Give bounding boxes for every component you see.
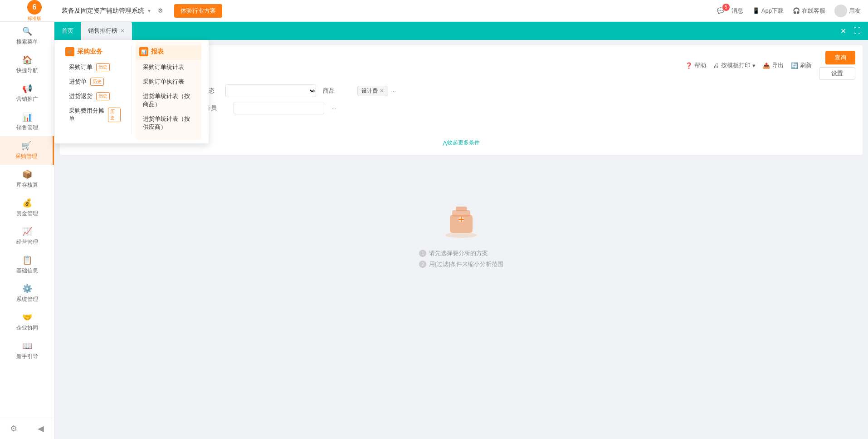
- tab-sales-rank[interactable]: 销售排行榜 ✕: [81, 22, 132, 40]
- doc-status-select[interactable]: [225, 84, 316, 97]
- sidebar-label-quicknav: 快捷导航: [16, 67, 38, 74]
- dropdown-header: 🛒 采购业务 采购订单 历史 进货单 历史 进货退货 历史 采购费用分摊单 历史: [54, 45, 209, 138]
- set-btn[interactable]: 设置: [819, 67, 855, 80]
- guide-icon: 📖: [22, 341, 32, 351]
- sidebar-label-sales: 销售管理: [16, 124, 38, 132]
- refresh-label: 刷新: [800, 61, 812, 69]
- goods-filter: 设计费 ✕ ···: [357, 86, 396, 96]
- sidebar: 🔍 搜索菜单 🏠 快捷导航 📢 营销推广 📊 销售管理 🛒 采购管理 📦 库存核…: [0, 22, 54, 439]
- query-btn[interactable]: 查询: [825, 51, 855, 64]
- home-icon: 🏠: [22, 55, 32, 65]
- salesperson-input[interactable]: [234, 102, 324, 114]
- sidebar-item-inventory[interactable]: 📦 库存核算: [0, 165, 54, 193]
- dropdown-item-po-exec[interactable]: 采购订单执行表: [136, 74, 202, 89]
- receive-history-badge: 历史: [90, 78, 104, 86]
- sidebar-item-finance[interactable]: 💰 资金管理: [0, 193, 54, 222]
- industry-btn[interactable]: 体验行业方案: [174, 4, 222, 18]
- sidebar-item-purchase[interactable]: 🛒 采购管理: [0, 136, 54, 165]
- help-icon: ❓: [685, 62, 692, 69]
- dropdown-col-purchase: 🛒 采购业务 采购订单 历史 进货单 历史 进货退货 历史 采购费用分摊单 历史: [62, 45, 128, 134]
- tab-close-all-icon[interactable]: ✕: [839, 25, 848, 37]
- basicinfo-icon: 📋: [22, 255, 32, 265]
- empty-tip-1: 1 请先选择要分析的方案: [419, 249, 503, 257]
- logo-area: 6 标准版: [7, 0, 62, 22]
- sidebar-item-operation[interactable]: 📈 经营管理: [0, 222, 54, 251]
- app-download-btn[interactable]: 📱 App下载: [752, 7, 784, 15]
- system-title-area: 装备及固定资产辅助管理系统 ▾ ⚙ 体验行业方案: [62, 4, 717, 18]
- dropdown-item-po[interactable]: 采购订单 历史: [62, 60, 128, 74]
- online-service-btn[interactable]: 🎧 在线客服: [793, 7, 825, 15]
- user-btn[interactable]: 用友: [834, 5, 861, 17]
- dropdown-item-receive-stat-goods[interactable]: 进货单统计表（按商品）: [136, 89, 202, 112]
- sidebar-label-enterprise: 企业协同: [16, 324, 38, 332]
- dropdown-item-po-stat[interactable]: 采购订单统计表: [136, 60, 202, 74]
- report-section-title: 📊 报表: [136, 45, 202, 60]
- empty-state: 1 请先选择要分析的方案 2 用[过滤]条件来缩小分析范围: [60, 160, 863, 307]
- online-service-label: 在线客服: [802, 7, 825, 15]
- print-arrow-icon: ▾: [752, 62, 756, 69]
- goods-tag-close[interactable]: ✕: [380, 88, 384, 94]
- help-btn[interactable]: ❓ 帮助: [685, 61, 706, 69]
- dropdown-item-expense[interactable]: 采购费用分摊单 历史: [62, 104, 128, 126]
- sidebar-item-system[interactable]: ⚙️ 系统管理: [0, 279, 54, 308]
- app-download-label: App下载: [761, 7, 784, 15]
- refresh-btn[interactable]: 🔄 刷新: [791, 61, 812, 69]
- sidebar-item-enterprise[interactable]: 🤝 企业协同: [0, 308, 54, 336]
- tab-close-icon[interactable]: ✕: [120, 28, 125, 34]
- report-section-icon: 📊: [139, 47, 148, 56]
- inventory-icon: 📦: [22, 169, 32, 179]
- settings-icon-btn[interactable]: ⚙: [154, 5, 167, 17]
- tip-num-2: 2: [419, 261, 426, 268]
- headset-icon: 🎧: [793, 7, 800, 14]
- expense-history-badge: 历史: [108, 108, 120, 122]
- sidebar-label-finance: 资金管理: [16, 210, 38, 217]
- sidebar-label-guide: 新手引导: [16, 353, 38, 360]
- logo-subtitle: 标准版: [28, 15, 41, 22]
- salesperson-more-btn[interactable]: ···: [332, 105, 336, 112]
- sidebar-item-quicknav[interactable]: 🏠 快捷导航: [0, 50, 54, 79]
- sidebar-item-marketing[interactable]: 📢 营销推广: [0, 79, 54, 108]
- empty-illustration: [439, 197, 484, 242]
- dropdown-item-receive-label: 进货单: [69, 78, 87, 86]
- tab-home[interactable]: 首页: [54, 22, 81, 40]
- message-btn[interactable]: 💬 5 消息: [717, 7, 743, 15]
- export-btn[interactable]: 📤 导出: [763, 61, 784, 69]
- dropdown-item-expense-label: 采购费用分摊单: [69, 107, 104, 123]
- tab-expand-icon[interactable]: ⛶: [852, 25, 863, 37]
- dropdown-item-receive[interactable]: 进货单 历史: [62, 74, 128, 89]
- top-right-area: 💬 5 消息 📱 App下载 🎧 在线客服 用友: [717, 5, 861, 17]
- tab-home-label: 首页: [62, 27, 73, 35]
- sidebar-label-basicinfo: 基础信息: [16, 267, 38, 275]
- svg-rect-3: [456, 207, 467, 211]
- dropdown-col-report: 📊 报表 采购订单统计表 采购订单执行表 进货单统计表（按商品） 进货单统计表（…: [136, 42, 202, 140]
- goods-more-btn[interactable]: ···: [391, 88, 396, 94]
- system-title: 装备及固定资产辅助管理系统: [62, 7, 144, 15]
- svg-rect-2: [452, 210, 470, 217]
- dropdown-item-po-stat-label: 采购订单统计表: [143, 63, 184, 71]
- sidebar-label-marketing: 营销推广: [16, 95, 38, 103]
- tab-bar-right: ✕ ⛶: [839, 25, 868, 37]
- print-btn[interactable]: 🖨 按模板打印 ▾: [713, 61, 756, 69]
- sidebar-label-operation: 经营管理: [16, 238, 38, 246]
- title-dropdown-icon[interactable]: ▾: [148, 8, 151, 14]
- dropdown-item-receive-stat-supplier[interactable]: 进货单统计表（按供应商）: [136, 112, 202, 134]
- goods-tag: 设计费 ✕: [357, 86, 388, 96]
- purchase-section-title: 🛒 采购业务: [62, 45, 128, 60]
- sales-icon: 📊: [22, 112, 32, 122]
- bottom-settings-icon[interactable]: ⚙: [10, 424, 17, 434]
- dropdown-item-return[interactable]: 进货退货 历史: [62, 89, 128, 104]
- user-avatar: [834, 5, 847, 17]
- collapse-label: 收起更多条件: [447, 139, 480, 147]
- return-history-badge: 历史: [96, 92, 110, 100]
- sidebar-label-purchase: 采购管理: [15, 153, 37, 160]
- sidebar-item-guide[interactable]: 📖 新手引导: [0, 336, 54, 365]
- user-label: 用友: [849, 7, 861, 15]
- bottom-collapse-icon[interactable]: ◀: [38, 424, 44, 434]
- purchase-section-icon: 🛒: [65, 47, 74, 56]
- sidebar-item-search[interactable]: 🔍 搜索菜单: [0, 22, 54, 50]
- sidebar-label-inventory: 库存核算: [16, 181, 38, 189]
- sidebar-item-basicinfo[interactable]: 📋 基础信息: [0, 251, 54, 279]
- logo-icon: 6: [27, 0, 42, 15]
- sidebar-item-sales[interactable]: 📊 销售管理: [0, 108, 54, 136]
- sidebar-bottom: ⚙ ◀: [0, 418, 54, 439]
